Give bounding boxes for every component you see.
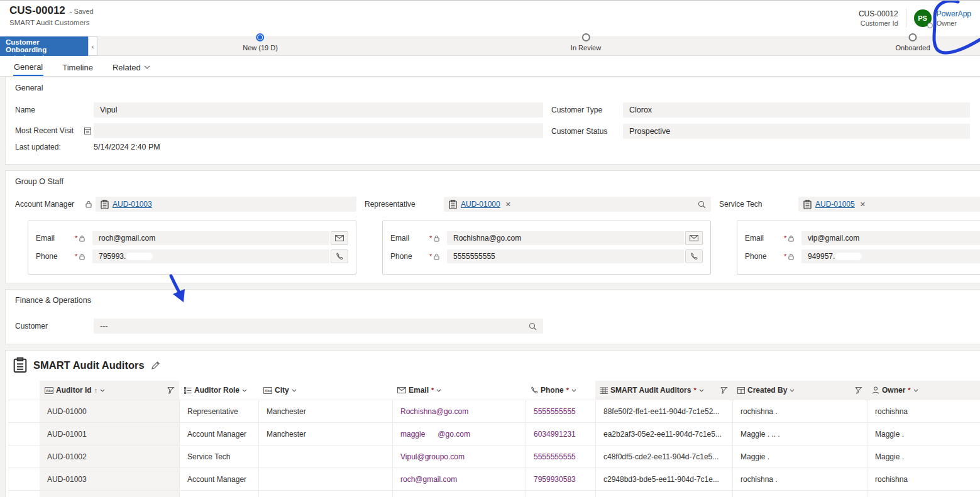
representative-lookup[interactable]: AUD-01000 ✕ <box>444 197 711 212</box>
name-input[interactable]: Vipul <box>94 102 543 117</box>
bpf-stage-new[interactable]: New (19 D) <box>243 33 278 52</box>
column-header-auditor-id[interactable]: Abc Auditor Id ↑ <box>40 381 179 400</box>
cell-guid[interactable]: ea2b2af3-05e2-ee11-904d-7c1e5... <box>595 422 732 445</box>
column-header-created-by[interactable]: Created By <box>732 381 867 400</box>
cell-city[interactable] <box>258 490 392 497</box>
call-phone-button[interactable] <box>685 249 703 263</box>
cell-auditor-role[interactable]: Service Tech <box>179 490 258 497</box>
call-phone-button[interactable] <box>331 249 348 263</box>
column-header-email[interactable]: Email * <box>392 381 526 400</box>
row-gutter[interactable] <box>8 400 26 422</box>
row-gutter[interactable] <box>8 445 26 467</box>
cell-created-by[interactable]: Maggie . .. . <box>732 422 867 445</box>
cell-auditor-role[interactable]: Account Manager <box>179 422 258 445</box>
field-label: Email <box>390 234 429 243</box>
field-label: Phone <box>36 252 75 261</box>
cell-auditor-id[interactable]: AUD-01000 <box>40 400 179 422</box>
cell-guid[interactable]: 88fe50f2-ffe1-ee11-904d-7c1e52... <box>595 400 732 422</box>
lookup-record-link[interactable]: AUD-01000 <box>461 200 500 209</box>
cell-auditor-role[interactable]: Service Tech <box>179 445 258 467</box>
cell-email[interactable]: vip@gmail.com <box>392 490 526 497</box>
owner-avatar[interactable]: PS <box>914 9 932 27</box>
account-manager-lookup[interactable]: AUD-01003 <box>96 197 356 212</box>
row-gutter[interactable] <box>8 490 26 497</box>
cell-city[interactable]: Manchester <box>258 422 392 445</box>
bpf-stage-onboarded[interactable]: Onboarded <box>895 33 930 52</box>
edit-pencil-icon[interactable] <box>151 361 160 370</box>
remove-record-icon[interactable]: ✕ <box>505 200 511 209</box>
cell-owner[interactable]: Maggie . <box>867 445 980 467</box>
bpf-stage-in-review[interactable]: In Review <box>571 33 601 52</box>
stage-radio-icon[interactable] <box>908 33 917 41</box>
cell-guid[interactable]: c2948bd3-bde5-ee11-904d-7c1e... <box>595 467 732 490</box>
stage-radio-active-icon[interactable] <box>256 33 265 41</box>
cell-created-by[interactable]: rochishna <box>732 490 867 497</box>
owner-field[interactable]: PS PowerApp Owner <box>914 9 971 27</box>
lookup-record-link[interactable]: AUD-01003 <box>113 200 152 209</box>
cell-city[interactable] <box>258 467 392 490</box>
phone-input[interactable]: 795993. <box>92 249 329 263</box>
cell-phone[interactable]: 5555555555 <box>526 400 595 422</box>
lookup-search-button[interactable] <box>698 200 706 209</box>
cell-auditor-id[interactable]: AUD-01003 <box>40 467 179 490</box>
cell-phone[interactable]: 7959930583 <box>526 467 595 490</box>
filter-icon[interactable] <box>166 386 175 394</box>
phone-input[interactable]: 5555555555 <box>447 249 684 263</box>
cell-created-by[interactable]: rochishna . <box>732 467 867 490</box>
cell-city[interactable] <box>258 445 392 467</box>
owner-name-link[interactable]: PowerApp <box>937 9 971 18</box>
column-header-phone[interactable]: Phone * <box>526 381 595 400</box>
lookup-record-link[interactable]: AUD-01005 <box>815 200 855 209</box>
cell-auditor-id[interactable]: AUD-01002 <box>40 445 179 467</box>
send-email-button[interactable] <box>685 231 703 245</box>
cell-owner[interactable]: Maggie . <box>867 422 980 445</box>
cell-owner[interactable]: rochishna <box>867 467 980 490</box>
cell-auditor-id[interactable]: AUD-01001 <box>40 422 179 445</box>
cell-phone[interactable]: 9499577245 <box>526 490 595 497</box>
redaction-blob <box>126 253 153 260</box>
remove-record-icon[interactable]: ✕ <box>860 200 866 209</box>
cell-city[interactable]: Manchester <box>258 400 392 422</box>
most-recent-visit-input[interactable] <box>94 123 543 138</box>
cell-guid[interactable]: c48f0df5-cde2-ee11-904d-7c1e5... <box>595 445 732 467</box>
cell-created-by[interactable]: rochishna . <box>732 400 867 422</box>
search-icon[interactable] <box>529 322 537 330</box>
column-header-auditor-role[interactable]: Auditor Role <box>179 381 258 400</box>
cell-created-by[interactable]: Maggie . <box>732 445 867 467</box>
row-gutter[interactable] <box>8 467 26 490</box>
column-header-smart-audit-auditors[interactable]: SMART Audit Auditors * <box>595 381 732 400</box>
filter-icon[interactable] <box>719 386 729 394</box>
customer-status-input[interactable]: Prospective <box>623 124 970 139</box>
contact-details-box: Email * vip@gmail.com Phone * 949957. <box>737 221 980 275</box>
section-group-o-staff: Group O Staff Account Manager AUD-01 <box>5 170 980 283</box>
tab-related[interactable]: Related <box>112 56 151 76</box>
service-tech-lookup[interactable]: AUD-01005 ✕ <box>798 197 980 212</box>
email-input[interactable]: vip@gmail.com <box>801 231 980 245</box>
bpf-collapse-button[interactable]: ‹ <box>88 36 97 56</box>
cell-owner[interactable]: rochishna <box>867 400 980 422</box>
column-header-owner[interactable]: Owner * <box>867 381 980 400</box>
customer-type-input[interactable]: Clorox <box>623 102 970 117</box>
row-gutter[interactable] <box>8 422 26 445</box>
cell-phone[interactable]: 6034991231 <box>526 422 595 445</box>
bpf-active-stage-box[interactable]: Customer Onboarding Active for 19 days <box>0 36 88 56</box>
column-header-city[interactable]: Abc City <box>258 381 392 400</box>
cell-auditor-role[interactable]: Representative <box>179 400 258 422</box>
cell-owner[interactable]: rochishna . <box>867 490 980 497</box>
cell-auditor-role[interactable]: Account Manager <box>179 467 258 490</box>
email-input[interactable]: roch@gmail.com <box>92 231 329 245</box>
phone-input[interactable]: 949957. <box>801 249 980 263</box>
cell-auditor-id[interactable]: AUD-01005 <box>40 490 179 497</box>
email-input[interactable]: Rochishna@go.com <box>447 231 684 245</box>
cell-email[interactable]: Rochishna@go.com <box>392 400 526 422</box>
cell-email[interactable]: roch@gmail.com <box>392 467 526 490</box>
cell-phone[interactable]: 5555555555 <box>526 445 595 467</box>
chevron-down-icon <box>292 389 297 392</box>
filter-icon[interactable] <box>854 386 863 394</box>
stage-radio-icon[interactable] <box>581 33 590 41</box>
cell-guid[interactable]: aeb09ef6-bde5-ee11-904d-7c1e5... <box>595 490 732 497</box>
cell-email[interactable]: Vipul@groupo.com <box>392 445 526 467</box>
send-email-button[interactable] <box>331 231 348 245</box>
customer-lookup-input[interactable]: --- <box>94 319 543 334</box>
cell-email[interactable]: maggie @go.com <box>392 422 526 445</box>
